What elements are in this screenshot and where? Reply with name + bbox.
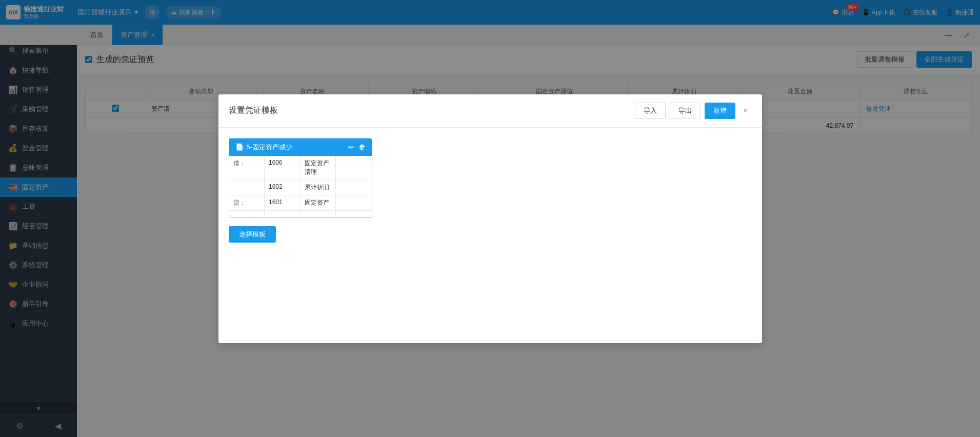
template-name-1: 固定资产清理 [301,156,336,180]
template-name-3: 固定资产 [301,195,336,210]
template-row-2: 1602 累计折旧 [229,180,372,195]
voucher-template-modal: 设置凭证模板 导入 导出 新增 × 📄 5-固定资产减少 ✏ 🗑 [218,94,762,343]
template-direction-1: 借： [229,156,265,180]
template-actions: ✏ 🗑 [348,143,366,151]
template-card: 📄 5-固定资产减少 ✏ 🗑 借： 1606 固定资产清理 [229,138,372,218]
template-card-body: 借： 1606 固定资产清理 1602 累计折旧 贷： 1601 [229,156,372,217]
template-amount-1 [336,156,372,180]
modal-body: 📄 5-固定资产减少 ✏ 🗑 借： 1606 固定资产清理 [218,128,762,343]
template-amount-2 [336,180,372,195]
template-code-1: 1606 [265,156,301,180]
template-direction-2 [229,180,265,195]
modal-close-button[interactable]: × [739,105,752,117]
template-card-header: 📄 5-固定资产减少 ✏ 🗑 [229,138,372,156]
template-row-3: 贷： 1601 固定资产 [229,195,372,211]
template-name-2: 累计折旧 [301,180,336,195]
template-direction-3: 贷： [229,195,265,210]
export-button[interactable]: 导出 [670,103,701,119]
template-doc-icon: 📄 [235,143,244,151]
import-button[interactable]: 导入 [635,103,666,119]
template-row-4 [229,211,372,217]
new-template-button[interactable]: 新增 [705,103,735,119]
template-delete-button[interactable]: 🗑 [358,143,366,151]
template-amount-4 [336,211,372,217]
template-name: 📄 5-固定资产减少 [235,143,293,152]
select-template-container: 选择模板 [229,218,752,243]
template-direction-4 [229,211,265,217]
template-code-2: 1602 [265,180,301,195]
template-row-1: 借： 1606 固定资产清理 [229,156,372,180]
modal-header-actions: 导入 导出 新增 × [635,103,752,119]
template-code-3: 1601 [265,195,301,210]
modal-header: 设置凭证模板 导入 导出 新增 × [218,94,762,128]
template-edit-button[interactable]: ✏ [348,143,354,151]
template-code-4 [265,211,301,217]
template-name-4 [301,211,336,217]
modal-overlay: 设置凭证模板 导入 导出 新增 × 📄 5-固定资产减少 ✏ 🗑 [0,0,980,437]
template-amount-3 [336,195,372,210]
select-template-button[interactable]: 选择模板 [229,226,276,243]
modal-title: 设置凭证模板 [229,105,278,116]
